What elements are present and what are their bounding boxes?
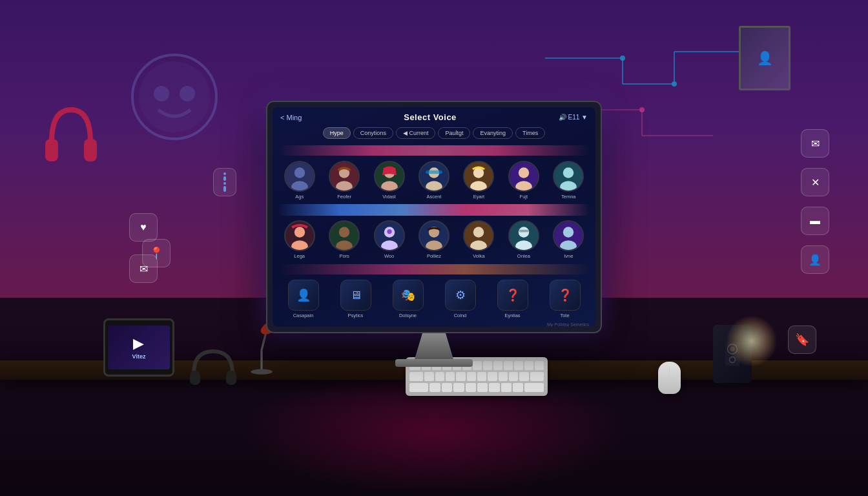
back-button[interactable]: < Ming	[280, 114, 302, 121]
voice-card-psytics[interactable]: 🖥 Psytics	[331, 280, 380, 318]
voice-name-fujt: Fujt	[520, 194, 528, 200]
tab-hype[interactable]: Hype	[323, 127, 351, 139]
voice-card-ivne[interactable]: Ivne	[548, 220, 589, 259]
tablet: ▶ Vitez	[103, 318, 174, 377]
left-icons-group: ♥ ✉	[129, 213, 158, 283]
voice-name-onlea: Onlea	[517, 253, 530, 259]
voice-name-polliez: Polliez	[427, 253, 441, 259]
screen-footer: My Polntsy Semetics	[273, 321, 595, 327]
voice-card-dolsyne[interactable]: 🎭 Dolsyne	[384, 280, 432, 318]
monitor-stand	[415, 333, 453, 359]
svg-point-3	[180, 86, 195, 101]
user-icon[interactable]: 👤	[801, 245, 829, 274]
voice-name-eyart: Eyart	[473, 194, 485, 200]
icon-eynlias: ❓	[497, 280, 528, 311]
tab-current[interactable]: ◀ Current	[396, 127, 436, 139]
monitor-base	[395, 359, 473, 367]
voice-card-lega[interactable]: Lega	[279, 220, 320, 259]
voice-name-tote: Tote	[560, 313, 569, 318]
svg-point-37	[563, 167, 574, 178]
svg-rect-62	[190, 371, 200, 385]
voice-name-temna: Temna	[561, 194, 576, 200]
wall-headphones	[39, 97, 103, 181]
voice-card-eyart[interactable]: Eyart	[459, 161, 499, 200]
browser-icon[interactable]: ▬	[801, 207, 829, 235]
voice-card-ags[interactable]: Ags	[279, 161, 320, 200]
tab-times[interactable]: Times	[515, 127, 545, 139]
voice-avatar-feofer	[329, 161, 360, 192]
waveform-middle	[273, 202, 595, 218]
wall-logo	[129, 52, 220, 142]
voice-name-casapain: Casapain	[293, 313, 314, 318]
voice-name-feofer: Feofer	[337, 194, 351, 200]
mail-icon-right[interactable]: ✉	[801, 129, 829, 158]
tablet-screen: ▶ Vitez	[108, 326, 170, 369]
svg-point-67	[251, 369, 272, 375]
svg-rect-63	[226, 371, 236, 385]
svg-point-34	[519, 167, 530, 178]
tab-evanyting[interactable]: Evanyting	[473, 127, 513, 139]
voice-name-pors: Pors	[339, 253, 349, 259]
tab-paultgt[interactable]: Paultgt	[438, 127, 470, 139]
voice-card-temna[interactable]: Temna	[548, 161, 589, 200]
voice-card-woo[interactable]: Woo	[369, 220, 409, 259]
icon-tote: ❓	[550, 280, 581, 311]
heart-icon[interactable]: ♥	[129, 213, 158, 242]
svg-rect-58	[519, 230, 529, 232]
tablet-label: Vitez	[132, 353, 146, 360]
bookmark-icon[interactable]: 🔖	[788, 326, 816, 354]
svg-point-43	[339, 227, 350, 238]
voice-card-feofer[interactable]: Feofer	[324, 161, 364, 200]
svg-rect-29	[426, 170, 442, 174]
bar-chart-icon[interactable]	[213, 168, 236, 196]
voice-row-3: 👤 Casapain 🖥 Psytics 🎭 Dolsyne ⚙ Colnd ❓	[273, 277, 595, 321]
voice-avatar-lega	[284, 220, 315, 251]
voice-name-vidast: Vidast	[382, 194, 396, 200]
voice-row-2: Lega Pors	[273, 218, 595, 262]
voice-card-pors[interactable]: Pors	[324, 220, 364, 259]
waveform-bottom	[273, 262, 595, 277]
monitor: < Ming Select Voice 🔊 E11 ▼ Hype Conytio…	[266, 101, 602, 367]
tab-conytions[interactable]: Conytions	[353, 127, 393, 139]
svg-rect-16	[84, 139, 97, 161]
voice-avatar-woo	[374, 220, 405, 251]
voice-card-polliez[interactable]: Polliez	[413, 220, 454, 259]
header-controls[interactable]: 🔊 E11 ▼	[559, 114, 588, 121]
voice-avatar-onlea	[508, 220, 539, 251]
voice-name-eynlias: Eynlias	[504, 313, 520, 318]
voice-card-vidast[interactable]: Vidast	[369, 161, 409, 200]
voice-name-ags: Ags	[295, 194, 304, 200]
voice-card-volka[interactable]: Volka	[459, 220, 499, 259]
svg-point-2	[154, 86, 169, 101]
icon-casapain: 👤	[288, 280, 319, 311]
svg-point-40	[294, 227, 305, 238]
icon-dolsyne: 🎭	[393, 280, 424, 311]
voice-card-tote[interactable]: ❓ Tote	[541, 280, 589, 318]
svg-rect-15	[45, 139, 58, 161]
monitor-frame: < Ming Select Voice 🔊 E11 ▼ Hype Conytio…	[266, 101, 602, 333]
voice-card-ascent[interactable]: Ascent	[413, 161, 454, 200]
desk-headphones	[187, 345, 239, 393]
monitor-screen: < Ming Select Voice 🔊 E11 ▼ Hype Conytio…	[273, 107, 595, 327]
svg-point-12	[620, 56, 625, 61]
voice-name-ascent: Ascent	[427, 194, 442, 200]
voice-card-colnd[interactable]: ⚙ Colnd	[436, 280, 484, 318]
svg-point-14	[639, 107, 645, 112]
voice-avatar-fujt	[508, 161, 539, 192]
voice-name-lega: Lega	[294, 253, 305, 259]
voice-avatar-temna	[553, 161, 584, 192]
voice-row-1: Ags Feofer	[273, 158, 595, 202]
voice-name-dolsyne: Dolsyne	[399, 313, 417, 318]
svg-point-18	[294, 167, 305, 178]
voice-card-eynlias[interactable]: ❓ Eynlias	[488, 280, 537, 318]
svg-point-13	[672, 81, 677, 87]
svg-point-48	[387, 229, 391, 234]
close-icon[interactable]: ✕	[801, 168, 829, 196]
mail-icon-left[interactable]: ✉	[129, 254, 158, 283]
voice-name-volka: Volka	[473, 253, 484, 259]
voice-card-fujt[interactable]: Fujt	[503, 161, 544, 200]
voice-card-onlea[interactable]: Onlea	[503, 220, 544, 259]
voice-card-casapain[interactable]: 👤 Casapain	[279, 280, 327, 318]
svg-point-1	[139, 61, 210, 132]
voice-avatar-volka	[463, 220, 494, 251]
